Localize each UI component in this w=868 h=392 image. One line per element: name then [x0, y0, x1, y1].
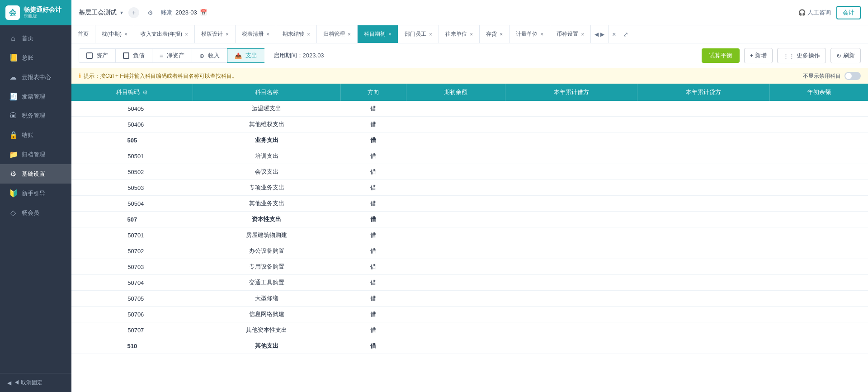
sidebar-label-guide: 新手引导	[22, 189, 45, 198]
add-button[interactable]: + 新增	[744, 48, 773, 63]
cell-year-opening	[770, 212, 868, 227]
tab-currency[interactable]: 币种设置 ×	[550, 25, 591, 43]
cell-year-opening	[770, 196, 868, 212]
tab-close-unit[interactable]: ×	[540, 31, 543, 38]
table-row[interactable]: 50501 培训支出 借	[71, 148, 868, 164]
cell-name: 其他业务支出	[193, 196, 341, 212]
sidebar-item-ledger[interactable]: 📒 总账	[0, 48, 71, 67]
add-workspace-button[interactable]: +	[128, 7, 139, 18]
table-row[interactable]: 50702 办公设备购置 借	[71, 243, 868, 259]
balance-button[interactable]: 试算平衡	[702, 48, 740, 63]
sidebar-item-archive[interactable]: 📁 归档管理	[0, 145, 71, 164]
cell-name: 其他支出	[193, 338, 341, 354]
th-name: 科目名称	[193, 84, 341, 101]
tab-taxclear[interactable]: 税表清册 ×	[236, 25, 276, 43]
cell-ytd-debit	[505, 275, 637, 291]
close-all-tabs-button[interactable]: ×	[609, 25, 619, 43]
sidebar-item-settings[interactable]: ⚙ 基础设置	[0, 164, 71, 184]
tab-close-deptstaff[interactable]: ×	[429, 31, 432, 38]
th-opening: 期初余额	[406, 84, 505, 101]
table-row[interactable]: 50503 专项业务支出 借	[71, 180, 868, 196]
table-row[interactable]: 510 其他支出 借	[71, 338, 868, 354]
refresh-button[interactable]: ↻ 刷新	[830, 48, 861, 63]
sidebar-item-invoice[interactable]: 🧾 发票管理	[0, 87, 71, 106]
cell-code: 50703	[71, 259, 193, 275]
tab-period[interactable]: 枕(中期) ×	[95, 25, 134, 43]
cell-year-opening	[770, 322, 868, 338]
tab-income[interactable]: 收入支出表(年报) ×	[134, 25, 195, 43]
logo-icon: 会	[5, 5, 20, 20]
table-row[interactable]: 50405 运温暖支出 借	[71, 101, 868, 117]
table-row[interactable]: 50704 交通工具购置 借	[71, 275, 868, 291]
calendar-icon[interactable]: 📅	[200, 9, 207, 16]
sidebar-collapse-btn[interactable]: ◀ ◀ 取消固定	[0, 373, 71, 392]
tab-close-counterpart[interactable]: ×	[470, 31, 473, 38]
tab-close-template[interactable]: ×	[226, 31, 229, 38]
cell-name: 专项业务支出	[193, 180, 341, 196]
table-row[interactable]: 50406 其他维权支出 借	[71, 117, 868, 132]
tab-template[interactable]: 模版设计 ×	[195, 25, 236, 43]
cell-opening	[406, 148, 505, 164]
column-settings-icon[interactable]: ⚙	[142, 89, 148, 96]
table-row[interactable]: 50703 专用设备购置 借	[71, 259, 868, 275]
sidebar-item-reports[interactable]: ☁ 云报表中心	[0, 67, 71, 87]
cell-opening	[406, 196, 505, 212]
tabbar-prev-button[interactable]: ◀	[594, 30, 599, 38]
tab-close-currency[interactable]: ×	[581, 31, 584, 38]
tab-close-inventory[interactable]: ×	[500, 31, 503, 38]
tab-yearend[interactable]: 期末结转 ×	[276, 25, 317, 43]
table-row[interactable]: 50502 会议支出 借	[71, 164, 868, 180]
table-row[interactable]: 50504 其他业务支出 借	[71, 196, 868, 212]
tab-archive[interactable]: 归档管理 ×	[317, 25, 358, 43]
table-row[interactable]: 505 业务支出 借	[71, 132, 868, 148]
cell-code: 50704	[71, 275, 193, 291]
table-row[interactable]: 50707 其他资本性支出 借	[71, 322, 868, 338]
toggle-disabled-subjects[interactable]	[844, 72, 861, 80]
tab-inventory[interactable]: 存货 ×	[480, 25, 509, 43]
cell-ytd-debit	[505, 338, 637, 354]
filter-tab-income[interactable]: ⊕ 收入	[192, 48, 227, 63]
sidebar-nav: ⌂ 首页 📒 总账 ☁ 云报表中心 🧾 发票管理 🏛 税务管理 🔒 结账 📁 归…	[0, 25, 71, 373]
tab-close-income[interactable]: ×	[185, 31, 188, 38]
tab-close-taxclear[interactable]: ×	[266, 31, 269, 38]
tab-close-period[interactable]: ×	[124, 31, 127, 38]
tab-close-yearend[interactable]: ×	[307, 31, 310, 38]
tabbar-next-button[interactable]: ▶	[599, 30, 605, 38]
sidebar-item-close[interactable]: 🔒 结账	[0, 125, 71, 145]
filter-tab-asset[interactable]: 资产	[79, 48, 115, 63]
workspace-dropdown-icon[interactable]: ▾	[120, 9, 123, 16]
cell-code: 50503	[71, 180, 193, 196]
table-row[interactable]: 50701 房屋建筑物购建 借	[71, 227, 868, 243]
table-row[interactable]: 50705 大型修缮 借	[71, 291, 868, 307]
cell-dir: 借	[340, 322, 406, 338]
tab-close-archive[interactable]: ×	[348, 31, 351, 38]
help-button[interactable]: 🎧 人工咨询	[798, 9, 831, 17]
expand-button[interactable]: ⤢	[619, 25, 632, 43]
tab-deptstaff[interactable]: 部门员工 ×	[398, 25, 439, 43]
account-button[interactable]: 会计	[836, 6, 861, 19]
sidebar-item-member[interactable]: ◇ 畅会员	[0, 203, 71, 222]
sidebar-item-home[interactable]: ⌂ 首页	[0, 29, 71, 48]
cell-ytd-debit	[505, 101, 637, 117]
workspace-settings-button[interactable]: ⚙	[145, 7, 156, 18]
cell-ytd-debit	[505, 227, 637, 243]
filter-tab-expense[interactable]: 📤 支出	[227, 48, 264, 63]
refresh-icon: ↻	[836, 52, 841, 59]
sidebar-item-tax[interactable]: 🏛 税务管理	[0, 106, 71, 125]
tab-home[interactable]: 首页	[71, 25, 95, 43]
tab-unit[interactable]: 计量单位 ×	[509, 25, 550, 43]
tab-counterpart[interactable]: 往来单位 ×	[439, 25, 480, 43]
sidebar-item-guide[interactable]: 🔰 新手引导	[0, 184, 71, 203]
archive-icon: 📁	[9, 150, 17, 159]
more-button[interactable]: ⋮⋮ 更多操作	[777, 48, 826, 63]
filter-tab-liability[interactable]: 负债	[115, 48, 152, 63]
table-row[interactable]: 507 资本性支出 借	[71, 212, 868, 227]
tab-close-subjectperiod[interactable]: ×	[388, 31, 392, 38]
table-row[interactable]: 50706 信息网络购建 借	[71, 307, 868, 322]
tab-subjectperiod[interactable]: 科目期初 ×	[358, 25, 398, 43]
logo-sub: 旗舰版	[24, 13, 61, 19]
main-area: 基层工会测试 ▾ + ⚙ 账期 2023-03 📅 🎧 人工咨询 会计 首页 枕…	[71, 0, 868, 392]
filter-tab-netasset[interactable]: ≡ 净资产	[152, 48, 192, 63]
cell-code: 50707	[71, 322, 193, 338]
cell-dir: 借	[340, 212, 406, 227]
